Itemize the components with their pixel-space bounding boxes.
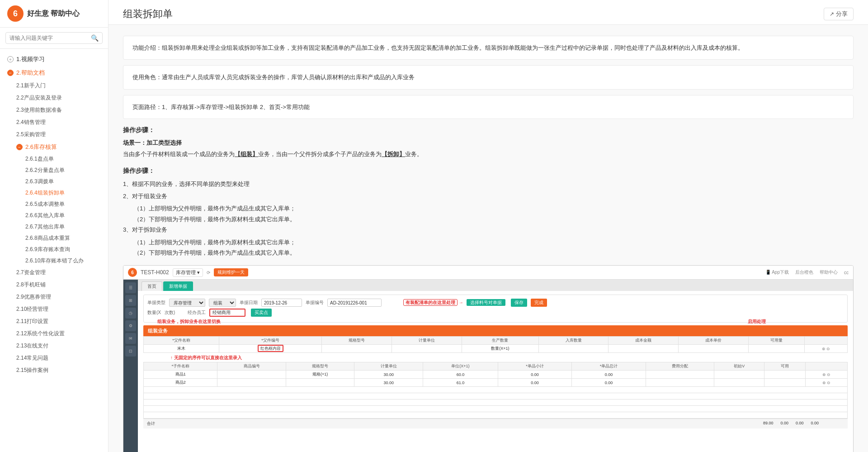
mock-dropdown: 库存管理 ▾ xyxy=(173,268,203,277)
share-icon: ↗ xyxy=(830,11,834,17)
mock-annotation-4: ↑ 无固定的序件可以直接在这里录入 xyxy=(170,355,242,361)
mock-no-input[interactable] xyxy=(327,299,382,307)
mock-fspec xyxy=(322,345,392,353)
step3: 3、对于拆卸业务 xyxy=(123,224,854,235)
sidebar-item-print[interactable]: 2.11打印设置 xyxy=(16,315,108,328)
sidebar-item-mobile[interactable]: 2.8手机旺铺 xyxy=(16,279,108,291)
mock-lower-row-5 xyxy=(144,400,848,406)
nav-section-2: − 2.帮助文档 2.1新手入门 2.2产品安装及登录 2.3使用前数据准备 2… xyxy=(0,66,108,376)
mock-lower-row-6 xyxy=(144,406,848,412)
sidebar-item-cost-adjust[interactable]: 2.6.5成本调整单 xyxy=(22,199,108,210)
mock-user: cc xyxy=(844,270,849,275)
sidebar-item-cases[interactable]: 2.15操作案例 xyxy=(16,364,108,376)
sidebar-item-other-inbound[interactable]: 2.6.6其他入库单 xyxy=(22,210,108,221)
mock-th-cost-price: 成本单价 xyxy=(679,337,749,345)
mock-nav-icon-4: ⚙ xyxy=(125,320,136,331)
mock-btn-confirm[interactable]: 买卖点 xyxy=(251,309,272,317)
mock-sub-th-9: 初始V xyxy=(714,362,764,371)
mock-fcost-amt xyxy=(609,345,679,353)
sidebar-item-ops[interactable]: 2.10经营管理 xyxy=(16,303,108,315)
sidebar-item-inventory[interactable]: − 2.6库存核算 xyxy=(16,141,108,153)
mock-th-ops xyxy=(805,337,848,345)
mock-type-label: 单据类型 xyxy=(147,300,165,306)
nav-list: + 1.视频学习 − 2.帮助文档 2.1新手入门 2.2产品安装及登录 2.3… xyxy=(0,49,108,452)
share-button[interactable]: ↗ 分享 xyxy=(824,8,854,20)
sidebar-item-help-docs[interactable]: − 2.帮助文档 xyxy=(0,66,108,80)
sidebar-item-sales[interactable]: 2.4销售管理 xyxy=(16,116,108,128)
mock-code: TEST-H002 xyxy=(141,269,169,276)
sidebar-item-partial-stocktake[interactable]: 2.6.2分量盘点单 xyxy=(22,165,108,176)
sidebar-item-other-outbound[interactable]: 2.6.7其他出库单 xyxy=(22,221,108,233)
sidebar-item-install[interactable]: 2.2产品安装及登录 xyxy=(16,92,108,104)
mock-sub-th-5: 单位(X+1) xyxy=(423,362,498,371)
sidebar-item-ledger-error[interactable]: 2.6.10库存账本错了么办 xyxy=(22,255,108,266)
mock-btn-select[interactable]: 选择料号对单据 xyxy=(467,299,505,306)
sidebar-item-newbie[interactable]: 2.1新手入门 xyxy=(16,80,108,92)
sidebar-item-data-prep[interactable]: 2.3使用前数据准备 xyxy=(16,104,108,116)
sidebar-item-faq[interactable]: 2.14常见问题 xyxy=(16,352,108,364)
mock-help: 帮助中心 xyxy=(820,269,838,276)
search-wrap: 🔍 xyxy=(5,32,103,44)
mock-section-orange: 组装业务 xyxy=(143,325,848,336)
sidebar-item-purchase[interactable]: 2.5采购管理 xyxy=(16,128,108,141)
intro-text: 功能介绍：组装拆卸单用来处理企业组装或拆卸等加工业务，支持有固定装配清单的产品加… xyxy=(132,44,744,51)
mock-nav-icon-5: ✉ xyxy=(125,333,136,344)
main-header: 组装拆卸单 ↗ 分享 xyxy=(108,0,868,25)
sidebar-item-transfer[interactable]: 2.6.3调拨单 xyxy=(22,176,108,187)
search-area: 🔍 xyxy=(0,28,108,49)
sidebar-header: 6 好生意 帮助中心 xyxy=(0,0,108,28)
scene-desc: 当由多个子件材料组装成一个成品的业务为【组装】业务，当由一个父件拆分成多个子产品… xyxy=(123,149,854,159)
sidebar-item-stocktake[interactable]: 2.6.1盘点单 xyxy=(22,153,108,165)
mock-nav-icon-2: ⊞ xyxy=(125,295,136,306)
content-area: 功能介绍：组装拆卸单用来处理企业组装或拆卸等加工业务，支持有固定装配清单的产品加… xyxy=(108,25,868,452)
mock-nav-icon-1: ☰ xyxy=(125,282,136,293)
sidebar-item-label: 2.6库存核算 xyxy=(25,143,108,151)
step3-1: （1）上部明细为父件明细，最终作为原材料生成其它出库单； xyxy=(123,237,854,247)
mock-lower-table-container: *子件名称 商品编号 规格型号 计量单位 单位(X+1) *单品小计 *单品总计… xyxy=(143,362,848,419)
step3-2: （2）下部明细为子件明细，最终作为产成品生成其它入库单。 xyxy=(123,247,854,258)
mock-fname: 米木 xyxy=(144,345,219,353)
mock-sub-th-7: *单品总计 xyxy=(572,362,646,371)
mock-upper-row-1: 米木 红色框内容 数量(X+1) xyxy=(144,345,848,353)
op-steps-title: 操作步骤： xyxy=(123,126,854,134)
mock-worker-input[interactable] xyxy=(209,309,245,317)
sidebar-item-finance[interactable]: 2.7资金管理 xyxy=(16,266,108,279)
logo-icon: 6 xyxy=(7,5,24,22)
page-title: 组装拆卸单 xyxy=(123,7,173,21)
mock-footer-totals: 合计 89.00 0.00 0.00 0.00 xyxy=(143,419,848,428)
mock-tab-bar: 首页 新增单据 xyxy=(138,280,853,291)
sidebar-item-online-pay[interactable]: 2.13在线支付 xyxy=(16,340,108,352)
mock-annotation-1: 有装配清单的在这里处理 xyxy=(403,299,458,306)
sidebar-item-label: 1.视频学习 xyxy=(16,55,101,63)
mock-fin-qty xyxy=(538,345,609,353)
mock-type-select[interactable]: 库存管理 组装 xyxy=(169,299,205,307)
mock-fops: ⊕ ⊖ xyxy=(805,345,848,353)
mock-form-row-2: 数量(X 次数) 经办员工 买卖点 xyxy=(147,309,844,317)
path-block: 页面路径：1、库存核算->库存管理->组装拆卸单 2、首页->常用功能 xyxy=(123,95,854,119)
nav-sub-list-2: 2.1新手入门 2.2产品安装及登录 2.3使用前数据准备 2.4销售管理 2.… xyxy=(0,80,108,376)
mock-date-input[interactable] xyxy=(261,299,302,307)
sidebar-item-video-learning[interactable]: + 1.视频学习 xyxy=(0,52,108,66)
mock-tab-home[interactable]: 首页 xyxy=(142,281,162,291)
mock-btn-done[interactable]: 完成 xyxy=(531,299,547,307)
search-icon[interactable]: 🔍 xyxy=(91,34,99,42)
mock-nav-icon-3: ◷ xyxy=(125,308,136,319)
expand-icon: + xyxy=(7,56,14,62)
sidebar-item-assembly[interactable]: 2.6.4组装拆卸单 xyxy=(22,187,108,199)
site-title: 好生意 帮助中心 xyxy=(27,9,80,19)
mock-fproduce: 数量(X+1) xyxy=(462,345,539,353)
mock-fno: 红色框内容 xyxy=(219,345,322,353)
sidebar-item-coupons[interactable]: 2.9优惠券管理 xyxy=(16,291,108,303)
sidebar-item-cost-recalc[interactable]: 2.6.8商品成本重算 xyxy=(22,233,108,244)
search-input[interactable] xyxy=(9,35,91,41)
mock-sub-th-8: 费用分配 xyxy=(646,362,714,371)
mock-tab-new[interactable]: 新增单据 xyxy=(163,281,193,291)
sidebar-item-customization[interactable]: 2.12系统个性化设置 xyxy=(16,328,108,340)
mock-favail xyxy=(749,345,805,353)
sidebar-item-ledger-query[interactable]: 2.6.9库存账本查询 xyxy=(22,244,108,255)
mock-btn-save[interactable]: 保存 xyxy=(511,299,527,307)
mock-upper-table: *父件名称 *父件编号 规格型号 计量单位 生产数量 入库数量 成本金额 成本单… xyxy=(143,336,848,353)
mock-subtype-select[interactable]: 组装 拆卸 xyxy=(209,299,236,307)
mock-sub-th-6: *单品小计 xyxy=(498,362,571,371)
intro-block: 功能介绍：组装拆卸单用来处理企业组装或拆卸等加工业务，支持有固定装配清单的产品加… xyxy=(123,36,854,60)
